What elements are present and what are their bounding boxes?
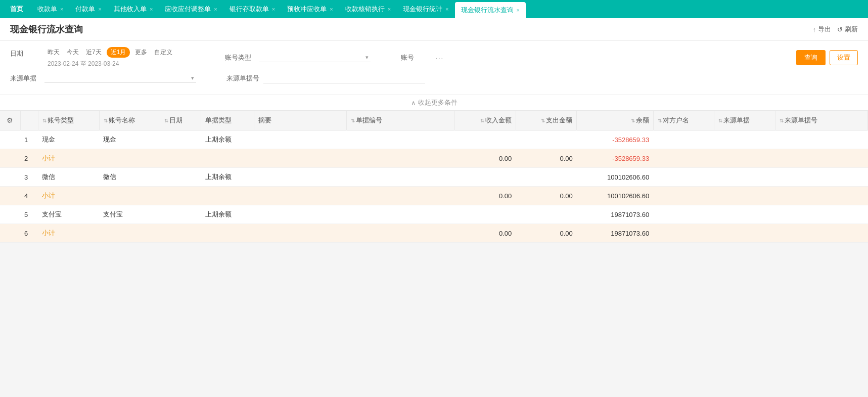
account-type-select[interactable]: ▾: [259, 53, 371, 62]
row-source-doc: [714, 130, 775, 149]
settings-button[interactable]: 设置: [830, 50, 858, 65]
close-icon[interactable]: ×: [150, 6, 153, 12]
date-btn-more[interactable]: 更多: [133, 47, 149, 58]
row-summary: [254, 224, 347, 243]
row-source-doc-no: [775, 205, 867, 224]
column-balance[interactable]: ⇅余额: [577, 111, 653, 130]
refresh-icon: ↺: [837, 26, 843, 33]
row-gear: [0, 149, 20, 168]
row-doc-no: [347, 205, 455, 224]
close-icon[interactable]: ×: [388, 6, 391, 12]
row-account-name: 微信: [99, 168, 160, 187]
column-counterpart[interactable]: ⇅对方户名: [653, 111, 714, 130]
refresh-button[interactable]: ↺ 刷新: [837, 25, 858, 34]
row-doc-type: [201, 149, 254, 168]
column-doc-no[interactable]: ⇅单据编号: [347, 111, 455, 130]
row-date: [160, 130, 201, 149]
table-row: 3微信微信上期余额100102606.60: [0, 168, 868, 187]
close-icon[interactable]: ×: [445, 6, 448, 12]
row-doc-no: [347, 224, 455, 243]
close-icon[interactable]: ×: [98, 6, 101, 12]
column-account-name[interactable]: ⇅账号名称: [99, 111, 160, 130]
date-buttons: 昨天 今天 近7天 近1月 更多 自定义: [45, 47, 174, 58]
row-expense: [516, 168, 577, 187]
row-date: [160, 168, 201, 187]
row-account-type: 支付宝: [38, 205, 99, 224]
nav-tab-liushui[interactable]: 现金银行流水查询 ×: [455, 2, 526, 18]
nav-tab-yinhangcunqu[interactable]: 银行存取款单 ×: [223, 0, 281, 18]
source-doc-num-filter: 来源单据号: [226, 73, 425, 83]
topnav: 首页 收款单 × 付款单 × 其他收入单 × 应收应付调整单 × 银行存取款单 …: [0, 0, 868, 18]
row-index: 4: [20, 187, 38, 205]
row-doc-type: [201, 224, 254, 243]
chevron-down-icon: ▾: [191, 75, 194, 81]
close-icon[interactable]: ×: [517, 7, 520, 13]
nav-tab-fukuandan[interactable]: 付款单 ×: [69, 0, 107, 18]
nav-tab-shoukuanxiaoxiao[interactable]: 收款核销执行 ×: [339, 0, 397, 18]
row-doc-type: 上期余额: [201, 205, 254, 224]
close-icon[interactable]: ×: [60, 6, 63, 12]
date-filters: 昨天 今天 近7天 近1月 更多 自定义 2023-02-24 至 2023-0…: [45, 47, 174, 68]
source-doc-label: 来源单据: [10, 74, 40, 83]
row-date: [160, 205, 201, 224]
header-actions: ↑ 导出 ↺ 刷新: [813, 25, 858, 34]
row-income: 0.00: [455, 149, 516, 168]
row-source-doc-no: [775, 149, 867, 168]
date-btn-today[interactable]: 今天: [65, 47, 81, 58]
row-source-doc: [714, 187, 775, 205]
row-source-doc-no: [775, 130, 867, 149]
table-area: ⚙ ⇅账号类型 ⇅账号名称 ⇅日期 单据类型 摘要 ⇅单据编号 ⇅收入金额 ⇅支…: [0, 111, 868, 243]
data-table: ⚙ ⇅账号类型 ⇅账号名称 ⇅日期 单据类型 摘要 ⇅单据编号 ⇅收入金额 ⇅支…: [0, 111, 868, 243]
collapse-bar[interactable]: ∧ 收起更多条件: [0, 95, 868, 111]
source-doc-select[interactable]: ▾: [44, 74, 196, 83]
close-icon[interactable]: ×: [330, 6, 333, 12]
row-counterpart: [653, 149, 714, 168]
row-doc-type: [201, 187, 254, 205]
row-date: [160, 187, 201, 205]
row-account-name: 现金: [99, 130, 160, 149]
column-account-type[interactable]: ⇅账号类型: [38, 111, 99, 130]
row-index: 6: [20, 224, 38, 243]
row-summary: [254, 187, 347, 205]
table-row: 5支付宝支付宝上期余额19871073.60: [0, 205, 868, 224]
column-expense[interactable]: ⇅支出金额: [516, 111, 577, 130]
date-btn-7days[interactable]: 近7天: [84, 47, 104, 58]
nav-tab-yushouchong[interactable]: 预收冲应收单 ×: [281, 0, 339, 18]
close-icon[interactable]: ×: [272, 6, 275, 12]
column-source-doc[interactable]: ⇅来源单据: [714, 111, 775, 130]
date-btn-custom[interactable]: 自定义: [152, 47, 174, 58]
row-expense: [516, 130, 577, 149]
collapse-icon: ∧: [411, 99, 416, 107]
filter-area: 日期 昨天 今天 近7天 近1月 更多 自定义 2023-02-24 至 202…: [0, 41, 868, 95]
column-income[interactable]: ⇅收入金额: [455, 111, 516, 130]
row-counterpart: [653, 187, 714, 205]
dots-icon[interactable]: ···: [435, 54, 444, 62]
filter-row-1: 日期 昨天 今天 近7天 近1月 更多 自定义 2023-02-24 至 202…: [10, 47, 858, 68]
row-balance: 100102606.60: [577, 168, 653, 187]
row-gear: [0, 205, 20, 224]
row-doc-no: [347, 187, 455, 205]
column-source-doc-no[interactable]: ⇅来源单据号: [775, 111, 867, 130]
nav-tab-yingshouyingfu[interactable]: 应收应付调整单 ×: [159, 0, 223, 18]
row-account-type: 小计: [38, 149, 99, 168]
row-summary: [254, 205, 347, 224]
source-doc-num-input[interactable]: [263, 73, 425, 83]
row-doc-no: [347, 130, 455, 149]
table-body: 1现金现金上期余额-3528659.332小计0.000.00-3528659.…: [0, 130, 868, 243]
nav-tab-xianjinyinhang-tongji[interactable]: 现金银行统计 ×: [397, 0, 454, 18]
query-button[interactable]: 查询: [796, 50, 826, 65]
row-doc-no: [347, 168, 455, 187]
nav-tab-shoukuandan[interactable]: 收款单 ×: [31, 0, 69, 18]
row-counterpart: [653, 130, 714, 149]
date-btn-yesterday[interactable]: 昨天: [45, 47, 62, 58]
column-date[interactable]: ⇅日期: [160, 111, 201, 130]
nav-tab-qitashouru[interactable]: 其他收入单 ×: [108, 0, 159, 18]
column-settings-icon[interactable]: ⚙: [0, 111, 20, 130]
export-button[interactable]: ↑ 导出: [813, 25, 832, 34]
date-btn-1month[interactable]: 近1月: [107, 47, 130, 58]
nav-home[interactable]: 首页: [2, 0, 31, 18]
close-icon[interactable]: ×: [214, 6, 217, 12]
row-counterpart: [653, 168, 714, 187]
right-filter-group: 查询 设置: [796, 50, 858, 65]
row-source-doc: [714, 149, 775, 168]
